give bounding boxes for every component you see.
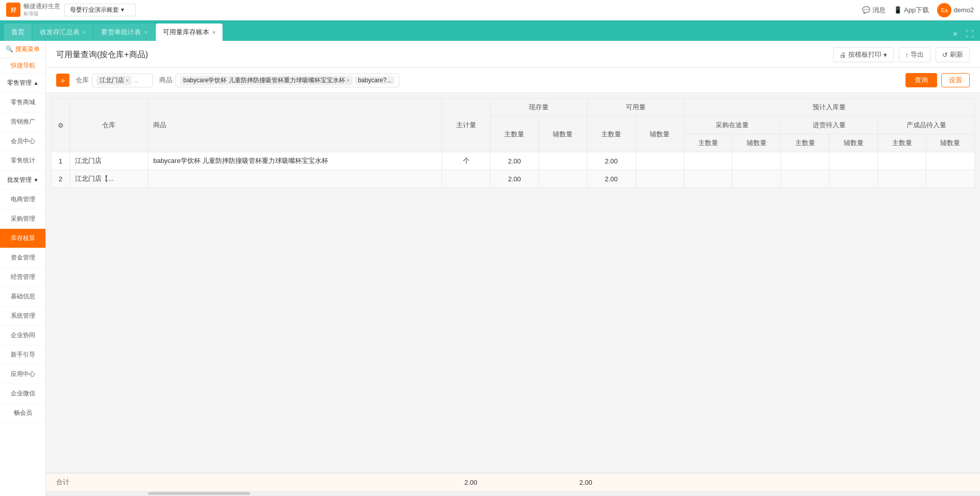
product-tag-2: babycare?... (355, 76, 395, 84)
horizontal-scrollbar[interactable] (46, 491, 980, 496)
main-layout: 🔍 搜索菜单 快捷导航 零售管理 ▲ 零售商城 营销推广 会员中心 零售统计 批… (0, 41, 980, 496)
product-tag-1: babycare学饮杯 儿童防摔防撞吸管杯重力球吸嘴杯宝宝水杯 × (180, 76, 353, 85)
th-product: 商品 (148, 99, 442, 152)
print-template-btn[interactable]: 🖨 按模板打印 ▾ (833, 47, 894, 62)
tab-available-stock-label: 可用量库存账本 (163, 28, 209, 37)
sidebar-item-retail-mgmt-label: 零售管理 (7, 79, 32, 87)
sidebar-item-purchase-mgmt[interactable]: 采购管理 (0, 209, 45, 229)
sidebar-item-system-mgmt[interactable]: 系统管理 (0, 306, 45, 326)
product-tag-input[interactable]: babycare学饮杯 儿童防摔防撞吸管杯重力球吸嘴杯宝宝水杯 × babyca… (176, 74, 399, 87)
export-btn[interactable]: ↑ 导出 (899, 47, 931, 62)
setting-btn[interactable]: 设置 (941, 73, 970, 87)
filter-row: » 仓库 江北门店 × ... 商品 babycare学饮杯 儿童防摔防撞吸管杯… (46, 68, 980, 93)
th-pur-pend-aux: 辅数量 (829, 134, 878, 152)
row1-product: babycare学饮杯 儿童防摔防撞吸管杯重力球吸嘴杯宝宝水杯 (148, 152, 442, 170)
tab-demand-summary[interactable]: 要货单统计表 × (94, 23, 154, 41)
product-filter: 商品 babycare学饮杯 儿童防摔防撞吸管杯重力球吸嘴杯宝宝水杯 × bab… (159, 74, 399, 87)
mobile-icon: 📱 (894, 6, 902, 14)
tab-home[interactable]: 首页 (4, 23, 32, 41)
row1-warehouse: 江北门店 (70, 152, 148, 170)
page-actions: 🖨 按模板打印 ▾ ↑ 导出 ↺ 刷新 (833, 47, 970, 62)
sidebar-item-new-guide[interactable]: 新手引导 (0, 345, 45, 365)
th-settings[interactable]: ⚙ (52, 99, 70, 152)
refresh-btn[interactable]: ↺ 刷新 (936, 47, 970, 62)
tab-available-stock-close[interactable]: × (212, 29, 215, 35)
warehouse-tag-remove[interactable]: × (126, 77, 129, 83)
tab-receive-summary[interactable]: 收发存汇总表 × (33, 23, 93, 41)
row2-pur-transit-main (684, 170, 732, 188)
sidebar-quick-nav[interactable]: 快捷导航 (0, 58, 45, 74)
sidebar-item-operations-mgmt[interactable]: 经营管理 (0, 268, 45, 287)
th-prod-pend-main: 主数量 (878, 134, 926, 152)
logo-area: 好 畅捷通好生意 标准版 (6, 3, 60, 17)
sidebar-item-enterprise-wechat[interactable]: 企业微信 (0, 384, 45, 404)
logo-text: 畅捷通好生意 (23, 3, 60, 10)
sidebar-item-member-center[interactable]: 会员中心 (0, 132, 45, 151)
row2-stock-main: 2.00 (490, 170, 538, 188)
sidebar-item-ecommerce-mgmt[interactable]: 电商管理 (0, 190, 45, 209)
chevron-down-icon: ▾ (884, 51, 887, 59)
product-filter-label: 商品 (159, 76, 173, 85)
sidebar-item-finance-mgmt[interactable]: 资金管理 (0, 248, 45, 268)
row1-prod-pend-aux (926, 152, 974, 170)
sidebar-item-marketing-label: 营销推广 (11, 117, 35, 126)
tab-receive-summary-close[interactable]: × (83, 29, 86, 35)
sidebar-item-enterprise-wechat-label: 企业微信 (11, 389, 35, 398)
filter-toggle-btn[interactable]: » (56, 74, 69, 87)
user-area[interactable]: Ea demo2 (937, 3, 974, 17)
sidebar-item-marketing[interactable]: 营销推广 (0, 112, 45, 132)
sidebar-item-ecommerce-mgmt-label: 电商管理 (11, 195, 35, 204)
product-tag-2-value: babycare?... (358, 77, 391, 84)
row2-pur-transit-aux (732, 170, 781, 188)
row2-no: 2 (52, 170, 70, 188)
product-tag-1-value: babycare学饮杯 儿童防摔防撞吸管杯重力球吸嘴杯宝宝水杯 (183, 76, 345, 85)
sidebar-item-retail-store[interactable]: 零售商城 (0, 93, 45, 112)
query-btn[interactable]: 查询 (905, 73, 937, 87)
row2-warehouse: 江北门店【... (70, 170, 148, 188)
th-warehouse: 仓库 (70, 99, 148, 152)
message-btn[interactable]: 💬 消息 (862, 6, 886, 15)
row2-prod-pend-aux (926, 170, 974, 188)
th-stock-main: 主数量 (490, 116, 538, 152)
logo-sub: 标准版 (23, 10, 60, 17)
warehouse-tag-input[interactable]: 江北门店 × ... (92, 74, 153, 87)
sidebar: 🔍 搜索菜单 快捷导航 零售管理 ▲ 零售商城 营销推广 会员中心 零售统计 批… (0, 41, 46, 496)
sidebar-item-wholesale-mgmt-label: 批发管理 (7, 176, 32, 184)
logo-text-area: 畅捷通好生意 标准版 (23, 3, 60, 17)
top-bar-left: 好 畅捷通好生意 标准版 母婴行业演示账套 ▾ (6, 3, 136, 17)
table-footer: 合计 2.00 2.00 (46, 473, 980, 491)
industry-selector[interactable]: 母婴行业演示账套 ▾ (64, 4, 136, 16)
sidebar-item-vip-member[interactable]: 畅会员 (0, 404, 45, 423)
sidebar-item-basic-info[interactable]: 基础信息 (0, 287, 45, 306)
sidebar-search-label: 搜索菜单 (15, 45, 40, 53)
row1-avail-aux (635, 152, 684, 170)
sidebar-item-finance-mgmt-label: 资金管理 (11, 253, 35, 262)
page-title: 可用量查询(按仓库+商品) (56, 50, 148, 60)
tab-close-all-btn[interactable]: × (951, 28, 960, 41)
warehouse-tag-value: 江北门店 (100, 76, 124, 85)
sidebar-item-basic-info-label: 基础信息 (11, 292, 35, 301)
warehouse-more-btn[interactable]: ... (134, 77, 139, 84)
sidebar-item-retail-stats[interactable]: 零售统计 (0, 151, 45, 171)
row2-prod-pend-main (878, 170, 926, 188)
sidebar-item-app-center[interactable]: 应用中心 (0, 365, 45, 384)
scrollbar-thumb[interactable] (148, 492, 250, 495)
sidebar-item-inventory-check[interactable]: 库存核算 (0, 229, 45, 248)
tab-demand-summary-close[interactable]: × (144, 29, 147, 35)
sidebar-item-retail-mgmt[interactable]: 零售管理 ▲ (0, 74, 45, 93)
th-current-stock: 现存量 (490, 99, 587, 116)
sidebar-item-enterprise-collab[interactable]: 企业协同 (0, 326, 45, 345)
row2-avail-main: 2.00 (587, 170, 635, 188)
tab-available-stock[interactable]: 可用量库存账本 × (156, 23, 223, 41)
th-prod-pending: 产成品待入量 (878, 116, 975, 134)
filter-actions: 查询 设置 (905, 73, 970, 87)
table-row: 1 江北门店 babycare学饮杯 儿童防摔防撞吸管杯重力球吸嘴杯宝宝水杯 个… (52, 152, 975, 170)
app-download-btn[interactable]: 📱 App下载 (894, 6, 929, 15)
row1-pur-pend-aux (829, 152, 878, 170)
row1-pur-pend-main (781, 152, 829, 170)
tab-fullscreen-btn[interactable]: ⛶ (964, 28, 976, 41)
product-tag-1-remove[interactable]: × (347, 77, 350, 83)
tab-home-label: 首页 (11, 28, 24, 37)
sidebar-search[interactable]: 🔍 搜索菜单 (0, 41, 45, 58)
sidebar-item-wholesale-mgmt[interactable]: 批发管理 ▼ (0, 171, 45, 190)
